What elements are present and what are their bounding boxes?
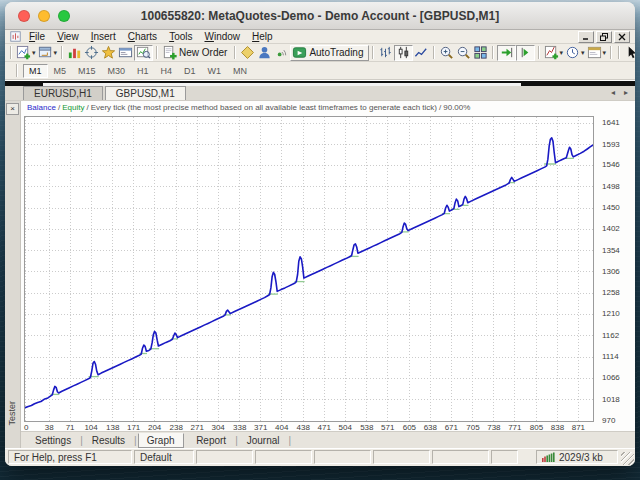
timeframe-m30[interactable]: M30 <box>102 64 132 78</box>
x-tick-label: 238 <box>170 423 183 432</box>
tester-close-button[interactable]: × <box>6 103 19 115</box>
navigator-button[interactable] <box>100 45 117 61</box>
tester-graph-area[interactable]: Balance/Equity/Every tick (the most prec… <box>21 101 635 431</box>
zoom-out-icon <box>456 45 471 60</box>
menu-view[interactable]: View <box>51 31 85 42</box>
candlestick-chart-icon <box>396 45 411 60</box>
timeframe-m1[interactable]: M1 <box>23 64 48 78</box>
chart-tab-eurusd-h1[interactable]: EURUSD,H1 <box>23 86 103 100</box>
toolbar-handle[interactable] <box>618 46 620 59</box>
tester-graph-plot[interactable] <box>24 116 594 422</box>
autotrading-button[interactable]: AutoTrading <box>290 45 368 61</box>
app-logo-icon <box>10 31 21 42</box>
timeframe-h1[interactable]: H1 <box>131 64 155 78</box>
tester-tab-results[interactable]: Results <box>84 434 133 447</box>
templates-icon <box>587 45 602 60</box>
data-window-button[interactable] <box>83 45 100 61</box>
market-watch-button[interactable] <box>66 45 83 61</box>
mdi-restore-button[interactable] <box>596 31 612 43</box>
market-watch-icon <box>67 45 82 60</box>
templates-button[interactable]: ▾ <box>586 45 608 61</box>
y-tick-label: 1210 <box>602 309 620 318</box>
menu-tools[interactable]: Tools <box>163 31 198 42</box>
toolbar-handle[interactable] <box>10 46 12 59</box>
tile-windows-button[interactable] <box>472 45 489 61</box>
mdi-close-button[interactable] <box>614 31 630 43</box>
toolbar-separator <box>372 46 374 59</box>
y-tick-label: 1258 <box>602 288 620 297</box>
cursor-button[interactable] <box>623 45 635 61</box>
status-cell-empty <box>255 450 312 464</box>
status-cell-empty <box>314 450 371 464</box>
legend-method: Every tick (the most precise method base… <box>91 103 437 112</box>
tester-tab-journal[interactable]: Journal <box>239 434 288 447</box>
chevron-down-icon: ▾ <box>54 49 58 57</box>
titlebar[interactable]: 100655820: MetaQuotes-Demo - Demo Accoun… <box>5 2 635 30</box>
minimize-traffic-button[interactable] <box>38 10 50 22</box>
status-connection[interactable]: 2029/3 kb <box>536 450 618 464</box>
tab-separator: | <box>235 435 238 446</box>
chart-shift-button[interactable] <box>516 45 535 61</box>
timeframe-w1[interactable]: W1 <box>202 64 228 78</box>
status-spacer <box>520 450 536 464</box>
indicators-button[interactable]: ▾ <box>543 45 565 61</box>
toolbar-handle[interactable] <box>16 64 18 77</box>
timeframe-h4[interactable]: H4 <box>155 64 179 78</box>
bar-chart-button[interactable] <box>377 45 394 61</box>
terminal-button[interactable] <box>117 45 134 61</box>
timeframe-m5[interactable]: M5 <box>48 64 73 78</box>
tester-tab-graph[interactable]: Graph <box>138 433 184 448</box>
mdi-minimize-button[interactable] <box>578 31 594 43</box>
tester-tab-report[interactable]: Report <box>188 434 234 447</box>
close-traffic-button[interactable] <box>18 10 30 22</box>
metaeditor-button[interactable] <box>239 45 256 61</box>
tester-tab-settings[interactable]: Settings <box>27 434 79 447</box>
menu-file[interactable]: File <box>23 31 51 42</box>
toolbar-separator <box>433 46 435 59</box>
legend-separator: / <box>439 103 441 112</box>
experts-button[interactable] <box>256 45 273 61</box>
x-tick-label: 438 <box>297 423 310 432</box>
menu-charts[interactable]: Charts <box>122 31 163 42</box>
tester-content: Balance/Equity/Every tick (the most prec… <box>21 101 635 448</box>
x-tick-label: 504 <box>339 423 352 432</box>
chart-tabbar: EURUSD,H1 GBPUSD,M1 ◂ ▸ <box>5 86 635 101</box>
chevron-down-icon: ▾ <box>581 49 585 57</box>
timeframe-m15[interactable]: M15 <box>72 64 102 78</box>
toolbar-separator <box>610 46 612 59</box>
new-chart-button[interactable]: ▾ <box>15 45 37 61</box>
periods-button[interactable]: ▾ <box>564 45 586 61</box>
zoom-traffic-button[interactable] <box>58 10 70 22</box>
tab-separator: | <box>289 435 292 446</box>
resize-grip[interactable] <box>621 452 634 465</box>
main-toolbar: ▾ ▾ New Order AutoTrading ▾ ▾ ▾ <box>5 44 635 62</box>
y-tick-label: 1306 <box>602 267 620 276</box>
x-axis-labels: 0387110413817120423827130433837140443847… <box>25 423 593 432</box>
x-tick-label: 204 <box>148 423 161 432</box>
chart-tab-gbpusd-m1[interactable]: GBPUSD,M1 <box>105 86 186 100</box>
zoom-in-button[interactable] <box>438 45 455 61</box>
y-tick-label: 1498 <box>602 182 620 191</box>
signal-button[interactable] <box>273 45 290 61</box>
tab-scroll-left-icon[interactable]: ◂ <box>611 88 615 98</box>
line-chart-button[interactable] <box>413 45 430 61</box>
menu-insert[interactable]: Insert <box>85 31 122 42</box>
timeframe-d1[interactable]: D1 <box>178 64 202 78</box>
tab-separator: | <box>134 435 137 446</box>
tester-panel-label: Tester <box>7 401 17 426</box>
candlestick-chart-button[interactable] <box>394 45 413 61</box>
chart-shift-icon <box>518 45 533 60</box>
status-profile[interactable]: Default <box>134 450 194 464</box>
new-order-button[interactable]: New Order <box>161 45 231 61</box>
profiles-button[interactable]: ▾ <box>37 45 59 61</box>
autotrading-label: AutoTrading <box>309 47 363 58</box>
strategy-tester-button[interactable] <box>134 45 153 61</box>
legend-equity: Equity <box>62 103 84 112</box>
auto-scroll-button[interactable] <box>497 45 516 61</box>
zoom-out-button[interactable] <box>455 45 472 61</box>
tab-scroll-right-icon[interactable]: ▸ <box>624 88 628 98</box>
menu-help[interactable]: Help <box>246 31 279 42</box>
legend-separator: / <box>58 103 60 112</box>
menu-window[interactable]: Window <box>198 31 246 42</box>
timeframe-mn[interactable]: MN <box>227 64 253 78</box>
